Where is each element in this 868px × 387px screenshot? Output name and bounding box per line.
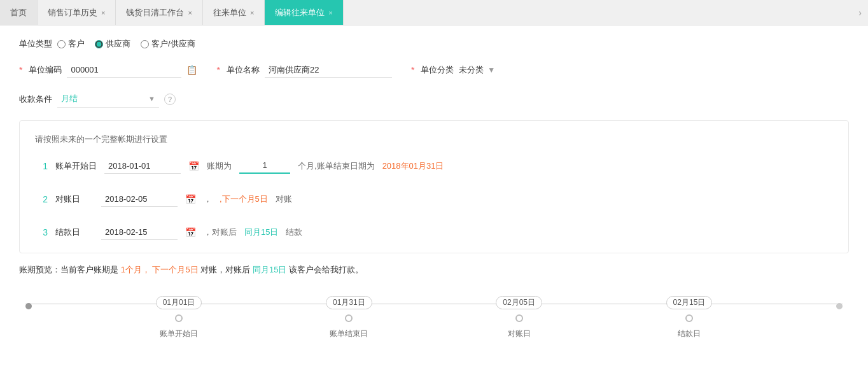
row-label-3: 结款日 xyxy=(55,227,94,238)
timeline-dot-4 xyxy=(685,314,693,322)
tab-cashwork-label: 钱货日清工作台 xyxy=(126,7,184,18)
tab-cashwork[interactable]: 钱货日清工作台 × xyxy=(116,0,202,25)
unit-classify-field: * 单位分类 未分类 ▼ xyxy=(411,64,548,76)
setting-row-3: 3 结款日 📅 ，对账后 同月15日 结款 xyxy=(35,225,833,240)
payment-date-input[interactable] xyxy=(101,225,178,240)
timeline-caption-1: 账单开始日 xyxy=(160,328,198,339)
radio-supplier-input[interactable] xyxy=(95,40,103,48)
timeline-start-dot xyxy=(25,303,32,309)
preview-suffix: 该客户会给我打款。 xyxy=(289,265,363,274)
payment-term-row: 收款条件 月结 ▼ ? xyxy=(19,90,849,108)
preview-prefix: 账期预览：当前客户账期是 xyxy=(19,265,118,274)
unit-type-radio-group: 客户 供应商 客户/供应商 xyxy=(57,38,195,50)
period-end-date: 2018年01月31日 xyxy=(382,160,444,172)
page-content: 单位类型 客户 供应商 客户/供应商 * 单位编码 xyxy=(0,25,868,387)
tab-sales-close[interactable]: × xyxy=(101,9,105,17)
start-date-calendar-icon[interactable]: 📅 xyxy=(188,161,199,171)
reconcile-date-input[interactable] xyxy=(101,192,178,207)
payment-date-calendar-icon[interactable]: 📅 xyxy=(185,227,196,237)
unit-classify-required: * xyxy=(411,65,414,75)
preview-text: 账期预览：当前客户账期是 1个月， 下一个月5日 对账，对账后 同月15日 该客… xyxy=(19,264,849,277)
payment-term-arrow-icon: ▼ xyxy=(148,95,155,102)
unit-classify-select[interactable]: 未分类 ▼ xyxy=(459,64,548,76)
chevron-right-icon: › xyxy=(858,8,862,18)
row-number-3: 3 xyxy=(35,227,48,237)
unit-code-required: * xyxy=(19,65,22,75)
timeline-badge-4: 02月15日 xyxy=(666,296,713,309)
tab-sales-label: 销售订单历史 xyxy=(48,7,97,18)
timeline-caption-2: 账单结束日 xyxy=(330,328,368,339)
tabs-bar: 首页 销售订单历史 × 钱货日清工作台 × 往来单位 × 编辑往来单位 × › xyxy=(0,0,868,25)
setting-row-2: 2 对账日 📅 ， ,下一个月5日 对账 xyxy=(35,192,833,207)
payment-prefix: ，对账后 xyxy=(204,227,237,238)
settings-box: 请按照未来的一个完整帐期进行设置 1 账单开始日 📅 账期为 个月,账单结束日期… xyxy=(19,120,849,253)
timeline-dot-3 xyxy=(515,314,523,322)
help-icon[interactable]: ? xyxy=(164,94,176,105)
period-month-input[interactable] xyxy=(239,158,290,174)
payment-suffix: 结款 xyxy=(286,227,302,238)
reconcile-date-calendar-icon[interactable]: 📅 xyxy=(185,194,196,204)
unit-code-field: * 单位编码 📋 xyxy=(19,62,197,78)
unit-type-label: 单位类型 xyxy=(19,38,52,50)
timeline-point-3: 02月05日 对账日 xyxy=(496,296,542,339)
tab-edit-partner[interactable]: 编辑往来单位 × xyxy=(265,0,343,25)
row-number-1: 1 xyxy=(35,161,48,171)
unit-code-label: 单位编码 xyxy=(29,64,62,76)
preview-highlight1: 1个月， xyxy=(121,265,150,274)
unit-code-icon[interactable]: 📋 xyxy=(186,65,197,75)
unit-name-input[interactable] xyxy=(265,62,392,78)
setting-row-1: 1 账单开始日 📅 账期为 个月,账单结束日期为 2018年01月31日 xyxy=(35,158,833,174)
timeline-end xyxy=(836,298,843,309)
start-date-input[interactable] xyxy=(104,158,181,174)
radio-supplier[interactable]: 供应商 xyxy=(95,38,130,50)
timeline-point-4: 02月15日 结款日 xyxy=(666,296,713,339)
unit-info-row: * 单位编码 📋 * 单位名称 * 单位分类 未分类 ▼ xyxy=(19,62,849,78)
radio-both-label: 客户/供应商 xyxy=(151,38,195,50)
unit-name-field: * 单位名称 xyxy=(216,62,391,78)
unit-classify-label: 单位分类 xyxy=(421,64,454,76)
tab-partners[interactable]: 往来单位 × xyxy=(203,0,265,25)
tab-sales[interactable]: 销售订单历史 × xyxy=(38,0,116,25)
timeline-end-dot xyxy=(836,303,843,309)
unit-name-required: * xyxy=(216,65,220,75)
timeline-badge-2: 01月31日 xyxy=(326,296,372,309)
tab-edit-partner-close[interactable]: × xyxy=(328,9,332,17)
unit-type-field: 单位类型 客户 供应商 客户/供应商 xyxy=(19,38,195,50)
unit-type-row: 单位类型 客户 供应商 客户/供应商 xyxy=(19,38,849,50)
period-for-label: 账期为 xyxy=(207,160,232,172)
row-label-2: 对账日 xyxy=(55,194,94,205)
radio-customer-label: 客户 xyxy=(68,38,85,50)
timeline-badge-3: 02月05日 xyxy=(496,296,542,309)
tab-partners-label: 往来单位 xyxy=(213,7,246,18)
timeline-caption-4: 结款日 xyxy=(678,328,701,339)
timeline-start-end xyxy=(25,298,32,309)
radio-customer-input[interactable] xyxy=(57,40,66,48)
timeline-wrapper: 01月01日 账单开始日 01月31日 账单结束日 02月05日 对账日 02月… xyxy=(19,296,849,339)
tab-home[interactable]: 首页 xyxy=(0,0,38,25)
unit-name-label: 单位名称 xyxy=(227,64,260,76)
tab-partners-close[interactable]: × xyxy=(250,9,254,17)
radio-customer[interactable]: 客户 xyxy=(57,38,85,50)
payment-term-value: 月结 xyxy=(61,93,144,104)
radio-both-input[interactable] xyxy=(141,40,149,48)
tab-more-button[interactable]: › xyxy=(852,0,868,25)
timeline-caption-3: 对账日 xyxy=(508,328,531,339)
timeline-points: 01月01日 账单开始日 01月31日 账单结束日 02月05日 对账日 02月… xyxy=(25,296,843,339)
timeline-point-1: 01月01日 账单开始日 xyxy=(156,296,202,339)
timeline-dot-2 xyxy=(345,314,353,322)
payment-term-select[interactable]: 月结 ▼ xyxy=(57,90,159,108)
radio-both[interactable]: 客户/供应商 xyxy=(141,38,195,50)
payment-term-field: 收款条件 月结 ▼ ? xyxy=(19,90,176,108)
timeline-badge-1: 01月01日 xyxy=(156,296,202,309)
unit-classify-value: 未分类 xyxy=(459,64,484,76)
unit-code-input[interactable] xyxy=(67,62,181,78)
preview-highlight2: 同月15日 xyxy=(253,265,286,274)
payment-highlight: 同月15日 xyxy=(244,227,278,238)
period-suffix: 个月,账单结束日期为 xyxy=(298,160,375,172)
tab-cashwork-close[interactable]: × xyxy=(188,9,192,17)
reconcile-suffix: 对账 xyxy=(276,194,292,205)
tab-home-label: 首页 xyxy=(10,7,27,18)
payment-term-label: 收款条件 xyxy=(19,94,52,105)
settings-title: 请按照未来的一个完整帐期进行设置 xyxy=(35,134,833,145)
row-number-2: 2 xyxy=(35,194,48,204)
